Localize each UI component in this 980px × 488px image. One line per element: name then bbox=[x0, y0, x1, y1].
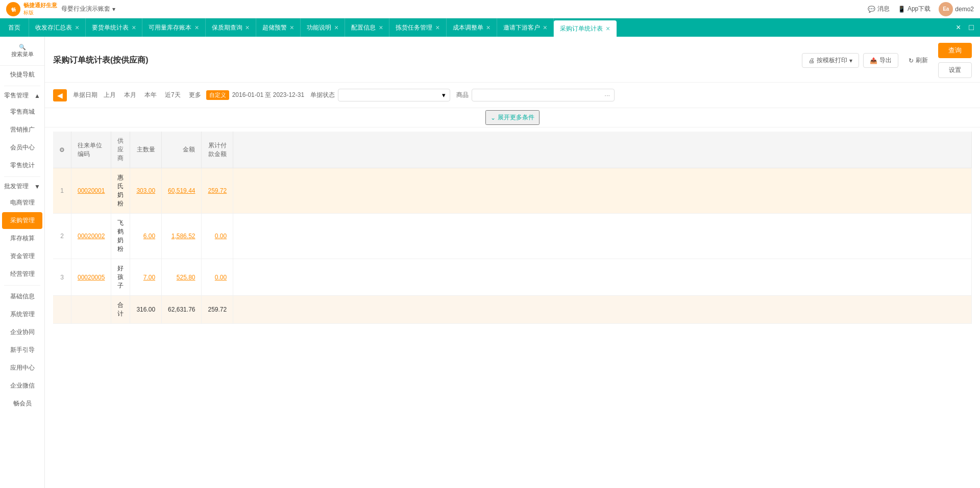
chevron-down-icon: ▾ bbox=[442, 91, 446, 99]
date-shortcuts: 上月 本月 本年 近7天 更多 自定义 bbox=[101, 90, 229, 100]
row-amount[interactable]: 1,586.52 bbox=[162, 214, 202, 259]
close-icon[interactable]: × bbox=[379, 23, 383, 32]
close-icon[interactable]: × bbox=[486, 23, 491, 32]
filter-row-main: ◀ 单据日期 上月 本月 本年 近7天 更多 自定义 2016-01-01 至 … bbox=[53, 89, 972, 101]
table-row[interactable]: 1 00020001 惠氏奶粉 303.00 60,519.44 259.72 bbox=[53, 168, 972, 214]
tab-validity-query[interactable]: 保质期查询 × bbox=[206, 18, 256, 37]
tab-overstock-warning[interactable]: 超储预警 × bbox=[256, 18, 301, 37]
nav-tabs: 首页 收发存汇总表 × 要货单统计表 × 可用量库存账本 × 保质期查询 × 超… bbox=[0, 18, 980, 37]
close-icon[interactable]: × bbox=[194, 23, 199, 32]
goods-input[interactable]: ··· bbox=[472, 89, 615, 101]
row-qty[interactable]: 303.00 bbox=[130, 168, 162, 214]
date-this-year[interactable]: 本年 bbox=[141, 90, 160, 100]
sidebar-item-ecommerce[interactable]: 电商管理 bbox=[2, 194, 42, 211]
sidebar-item-inventory[interactable]: 库存核算 bbox=[2, 230, 42, 247]
expand-filter-btn[interactable]: ⌄ 展开更多条件 bbox=[485, 110, 540, 125]
row-amount[interactable]: 525.80 bbox=[162, 259, 202, 296]
sidebar-item-marketing[interactable]: 营销推广 bbox=[2, 121, 42, 138]
row-supplier-name: 惠氏奶粉 bbox=[111, 168, 130, 214]
sidebar-item-app-center[interactable]: 应用中心 bbox=[2, 359, 42, 376]
sidebar-item-base-info[interactable]: 基础信息 bbox=[2, 288, 42, 305]
table-row[interactable]: 2 00020002 飞鹤奶粉 6.00 1,586.52 0.00 bbox=[53, 214, 972, 259]
tab-cost-adjust[interactable]: 成本调整单 × bbox=[447, 18, 497, 37]
sidebar-section-retail[interactable]: 零售管理 ▲ bbox=[0, 88, 44, 103]
close-icon[interactable]: × bbox=[290, 23, 294, 32]
message-btn[interactable]: 💬 消息 bbox=[868, 5, 890, 13]
close-icon[interactable]: × bbox=[606, 24, 610, 33]
close-all-tabs-btn[interactable]: × bbox=[954, 22, 963, 33]
refresh-button[interactable]: ↻ 刷新 bbox=[902, 54, 934, 67]
date-last-month[interactable]: 上月 bbox=[101, 90, 119, 100]
row-supplier-code[interactable]: 00020002 bbox=[71, 214, 111, 259]
tab-purchase-summary[interactable]: 采购订单统计表 × bbox=[554, 20, 617, 37]
table-row[interactable]: 3 00020005 好孩子 7.00 525.80 0.00 bbox=[53, 259, 972, 296]
close-icon[interactable]: × bbox=[435, 23, 439, 32]
close-icon[interactable]: × bbox=[75, 23, 79, 32]
col-settings[interactable]: ⚙ bbox=[53, 132, 71, 168]
row-paid[interactable]: 0.00 bbox=[202, 214, 233, 259]
date-more[interactable]: 更多 bbox=[186, 90, 204, 100]
row-amount[interactable]: 60,519.44 bbox=[162, 168, 202, 214]
col-extra bbox=[233, 132, 972, 168]
sidebar-item-member[interactable]: 会员中心 bbox=[2, 139, 42, 156]
row-qty[interactable]: 7.00 bbox=[130, 259, 162, 296]
sidebar-item-retail-stats[interactable]: 零售统计 bbox=[2, 157, 42, 174]
sidebar-item-retail-shop[interactable]: 零售商城 bbox=[2, 104, 42, 120]
custom-date-badge: 自定义 bbox=[206, 90, 229, 100]
query-button[interactable]: 查询 bbox=[938, 43, 972, 58]
sidebar-item-enterprise-coop[interactable]: 企业协同 bbox=[2, 324, 42, 341]
table-header-row: ⚙ 往来单位编码 供应商 主数量 金额 累计付款金额 bbox=[53, 132, 972, 168]
print-button[interactable]: 🖨 按模板打印 ▾ bbox=[802, 53, 859, 68]
date-last-7-days[interactable]: 近7天 bbox=[162, 90, 184, 100]
row-qty[interactable]: 6.00 bbox=[130, 214, 162, 259]
close-icon[interactable]: × bbox=[334, 23, 338, 32]
total-paid: 259.72 bbox=[202, 296, 233, 324]
close-icon[interactable]: × bbox=[543, 23, 547, 32]
tab-picking-task[interactable]: 拣货任务管理 × bbox=[389, 18, 446, 37]
col-qty: 主数量 bbox=[130, 132, 162, 168]
row-index: 1 bbox=[53, 168, 71, 214]
app-download-btn[interactable]: 📱 App下载 bbox=[898, 5, 930, 13]
status-select[interactable]: ▾ bbox=[338, 89, 450, 101]
refresh-icon: ↻ bbox=[909, 57, 914, 64]
sidebar-item-enterprise-wechat[interactable]: 企业微信 bbox=[2, 377, 42, 394]
sidebar-item-operation[interactable]: 经营管理 bbox=[2, 266, 42, 282]
date-this-month[interactable]: 本月 bbox=[121, 90, 139, 100]
tab-config-info[interactable]: 配置信息 × bbox=[345, 18, 389, 37]
tab-receive-summary[interactable]: 收发存汇总表 × bbox=[29, 18, 86, 37]
restore-tabs-btn[interactable]: □ bbox=[967, 22, 976, 33]
row-supplier-code[interactable]: 00020001 bbox=[71, 168, 111, 214]
tab-order-summary[interactable]: 要货单统计表 × bbox=[86, 18, 142, 37]
row-supplier-code[interactable]: 00020005 bbox=[71, 259, 111, 296]
sidebar-divider-3 bbox=[4, 285, 40, 286]
row-paid[interactable]: 0.00 bbox=[202, 259, 233, 296]
sidebar-section-wholesale[interactable]: 批发管理 ▼ bbox=[0, 179, 44, 194]
sidebar-item-new-guide[interactable]: 新手引导 bbox=[2, 342, 42, 358]
tab-available-inventory[interactable]: 可用量库存账本 × bbox=[142, 18, 205, 37]
settings-icon[interactable]: ⚙ bbox=[59, 146, 65, 153]
workspace-selector[interactable]: 母婴行业演示账套 ▾ bbox=[61, 5, 115, 13]
top-bar: 畅 畅捷通好生意 标版 母婴行业演示账套 ▾ 💬 消息 📱 App下载 Ea d… bbox=[0, 0, 980, 18]
sidebar-divider bbox=[4, 86, 40, 86]
sidebar-item-purchase[interactable]: 采购管理 bbox=[2, 212, 42, 229]
sidebar-item-search[interactable]: 🔍 搜索菜单 bbox=[2, 41, 42, 61]
row-paid[interactable]: 259.72 bbox=[202, 168, 233, 214]
ellipsis-icon: ··· bbox=[604, 91, 610, 99]
export-button[interactable]: 📤 导出 bbox=[863, 53, 898, 68]
user-area[interactable]: Ea demo2 bbox=[939, 2, 974, 16]
sidebar-item-finance[interactable]: 资金管理 bbox=[2, 248, 42, 265]
goods-text-input[interactable] bbox=[476, 92, 602, 99]
tab-function-desc[interactable]: 功能说明 × bbox=[301, 18, 345, 37]
sidebar-item-quick-nav[interactable]: 快捷导航 bbox=[2, 66, 42, 83]
collapse-filter-btn[interactable]: ◀ bbox=[53, 89, 67, 101]
sidebar-item-vip-member[interactable]: 畅会员 bbox=[2, 395, 42, 412]
sidebar-item-sys-mgmt[interactable]: 系统管理 bbox=[2, 306, 42, 323]
close-icon[interactable]: × bbox=[246, 23, 250, 32]
close-icon[interactable]: × bbox=[132, 23, 136, 32]
total-label: 合计 bbox=[111, 296, 130, 324]
tab-home[interactable]: 首页 bbox=[0, 18, 29, 37]
settings-button[interactable]: 设置 bbox=[938, 62, 972, 78]
purchase-summary-table: ⚙ 往来单位编码 供应商 主数量 金额 累计付款金额 1 00020001 bbox=[53, 132, 972, 324]
tab-invite-downstream[interactable]: 邀请下游客户 × bbox=[497, 18, 554, 37]
expand-more-row: ⌄ 展开更多条件 bbox=[45, 108, 980, 127]
